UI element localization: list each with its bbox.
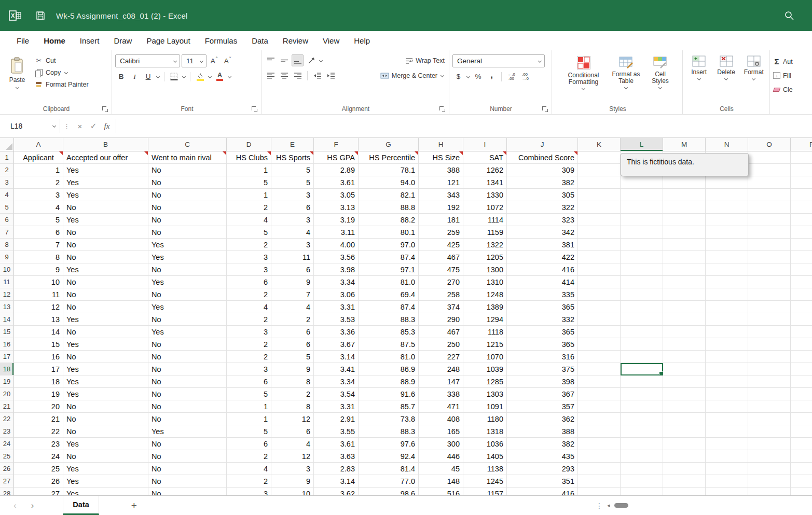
increase-font-size-button[interactable]: A: [208, 55, 220, 67]
cell-M8[interactable]: [663, 239, 706, 251]
cell-N26[interactable]: [706, 463, 748, 475]
cell-I2[interactable]: 1262: [463, 164, 507, 176]
cell-O17[interactable]: [748, 351, 791, 363]
cell-G7[interactable]: 80.1: [359, 226, 419, 239]
cell-H5[interactable]: 192: [419, 201, 463, 214]
cell-J27[interactable]: 351: [507, 475, 578, 488]
cell-D27[interactable]: 2: [227, 475, 271, 488]
cell-J4[interactable]: 305: [507, 189, 578, 201]
cell-J11[interactable]: 414: [507, 276, 578, 288]
cell-J7[interactable]: 342: [507, 226, 578, 239]
cell-A16[interactable]: 15: [14, 338, 63, 351]
cell-K5[interactable]: [578, 201, 621, 214]
cell-G5[interactable]: 88.8: [359, 201, 419, 214]
row-header-11[interactable]: 11: [0, 276, 14, 288]
cell-E20[interactable]: 2: [271, 388, 314, 400]
cell-F23[interactable]: 3.55: [314, 425, 359, 438]
cell-M3[interactable]: [663, 176, 706, 189]
cell-H8[interactable]: 425: [419, 239, 463, 251]
cell-N15[interactable]: [706, 326, 748, 338]
cell-M22[interactable]: [663, 413, 706, 425]
cell-P20[interactable]: [791, 388, 812, 400]
cell-F3[interactable]: 3.61: [314, 176, 359, 189]
cell-G6[interactable]: 88.2: [359, 214, 419, 226]
cell-N18[interactable]: [706, 363, 748, 375]
cell-I20[interactable]: 1303: [463, 388, 507, 400]
cell-L24[interactable]: [621, 438, 663, 450]
cell-E9[interactable]: 11: [271, 251, 314, 263]
cell-F13[interactable]: 3.31: [314, 301, 359, 313]
row-header-26[interactable]: 26: [0, 463, 14, 475]
cell-H4[interactable]: 343: [419, 189, 463, 201]
tab-home[interactable]: Home: [36, 31, 73, 50]
row-header-16[interactable]: 16: [0, 338, 14, 351]
cell-B23[interactable]: No: [63, 425, 148, 438]
cell-P18[interactable]: [791, 363, 812, 375]
clear-button[interactable]: Cle: [773, 82, 793, 96]
row-header-8[interactable]: 8: [0, 239, 14, 251]
cell-G1[interactable]: HS Percentile: [359, 151, 419, 164]
cell-G18[interactable]: 86.9: [359, 363, 419, 375]
cell-O18[interactable]: [748, 363, 791, 375]
col-header-G[interactable]: G: [359, 138, 419, 151]
cell-J1[interactable]: Combined Score: [507, 151, 578, 164]
cell-N7[interactable]: [706, 226, 748, 239]
cell-N28[interactable]: [706, 488, 748, 495]
cell-G19[interactable]: 88.9: [359, 375, 419, 388]
cell-G26[interactable]: 81.4: [359, 463, 419, 475]
cell-D25[interactable]: 2: [227, 450, 271, 463]
cell-B19[interactable]: Yes: [63, 375, 148, 388]
cell-E28[interactable]: 10: [271, 488, 314, 495]
cell-N13[interactable]: [706, 301, 748, 313]
cell-styles-button[interactable]: Cell Styles: [647, 52, 674, 90]
cell-E17[interactable]: 5: [271, 351, 314, 363]
cell-A23[interactable]: 22: [14, 425, 63, 438]
cell-H28[interactable]: 516: [419, 488, 463, 495]
cell-I10[interactable]: 1300: [463, 263, 507, 276]
cell-H16[interactable]: 250: [419, 338, 463, 351]
cell-G4[interactable]: 82.1: [359, 189, 419, 201]
formula-input[interactable]: [116, 119, 812, 133]
cell-F21[interactable]: 3.31: [314, 400, 359, 413]
borders-button[interactable]: [168, 71, 180, 82]
cell-H23[interactable]: 165: [419, 425, 463, 438]
cell-K27[interactable]: [578, 475, 621, 488]
cell-A20[interactable]: 19: [14, 388, 63, 400]
cell-B28[interactable]: Yes: [63, 488, 148, 495]
namebox-splitter-icon[interactable]: ⋮: [60, 122, 73, 130]
cell-E8[interactable]: 3: [271, 239, 314, 251]
cell-M20[interactable]: [663, 388, 706, 400]
cell-L12[interactable]: [621, 288, 663, 301]
conditional-formatting-button[interactable]: Conditional Formatting: [562, 52, 605, 91]
cell-C17[interactable]: No: [148, 351, 227, 363]
cell-L11[interactable]: [621, 276, 663, 288]
cell-C27[interactable]: No: [148, 475, 227, 488]
cell-D14[interactable]: 2: [227, 313, 271, 326]
cell-G28[interactable]: 98.6: [359, 488, 419, 495]
col-header-O[interactable]: O: [748, 138, 791, 151]
cell-P8[interactable]: [791, 239, 812, 251]
cell-O12[interactable]: [748, 288, 791, 301]
cell-L26[interactable]: [621, 463, 663, 475]
cell-A26[interactable]: 25: [14, 463, 63, 475]
cell-O13[interactable]: [748, 301, 791, 313]
cell-O10[interactable]: [748, 263, 791, 276]
cell-I26[interactable]: 1138: [463, 463, 507, 475]
cell-C6[interactable]: No: [148, 214, 227, 226]
cell-P22[interactable]: [791, 413, 812, 425]
cell-D3[interactable]: 5: [227, 176, 271, 189]
cell-M9[interactable]: [663, 251, 706, 263]
cell-N9[interactable]: [706, 251, 748, 263]
cell-E25[interactable]: 12: [271, 450, 314, 463]
cell-K15[interactable]: [578, 326, 621, 338]
alignment-dialog-launcher-icon[interactable]: [438, 105, 446, 113]
cell-J15[interactable]: 365: [507, 326, 578, 338]
cell-L14[interactable]: [621, 313, 663, 326]
cell-A2[interactable]: 1: [14, 164, 63, 176]
cell-M4[interactable]: [663, 189, 706, 201]
cell-L27[interactable]: [621, 475, 663, 488]
cell-H6[interactable]: 181: [419, 214, 463, 226]
cell-B26[interactable]: Yes: [63, 463, 148, 475]
cell-J28[interactable]: 416: [507, 488, 578, 495]
bold-button[interactable]: B: [115, 71, 127, 82]
